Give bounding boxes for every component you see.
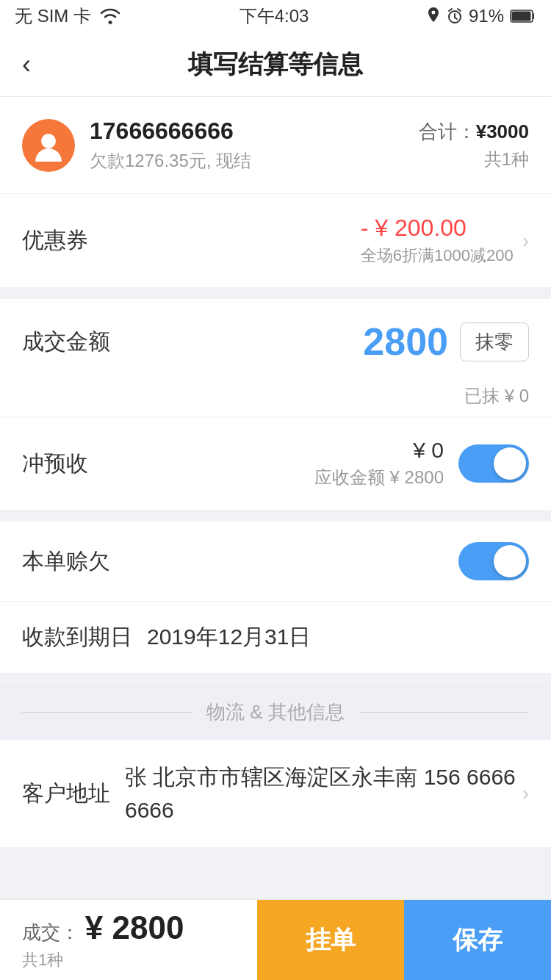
hold-button[interactable]: 挂单: [257, 900, 404, 980]
logistics-line-right: [359, 712, 529, 713]
logistics-line-left: [22, 712, 192, 713]
user-phone: 17666666666: [90, 118, 251, 145]
address-chevron-icon: ›: [522, 782, 529, 805]
location-icon: [426, 7, 441, 25]
coupon-right: - ¥ 200.00 全场6折满1000减200 ›: [361, 215, 529, 267]
bottom-amount: ¥ 2800: [85, 909, 184, 945]
due-date-value: 2019年12月31日: [147, 622, 311, 652]
user-row: 17666666666 欠款1276.35元, 现结 合计：¥3000 共1种: [0, 97, 551, 193]
coupon-chevron-icon: ›: [522, 229, 529, 253]
logistics-sep: 物流 & 其他信息: [0, 685, 551, 740]
deal-card: 成交金额 2800 抹零 已抹 ¥ 0 冲预收 ¥ 0 应收金额 ¥ 2800: [0, 299, 551, 510]
bottom-count: 共1种: [22, 949, 235, 971]
pre-receive-toggle[interactable]: [458, 444, 529, 483]
pre-amount: ¥ 0: [314, 438, 444, 463]
coupon-discount: - ¥ 200.00: [361, 215, 514, 242]
pre-sub: 应收金额 ¥ 2800: [314, 466, 444, 489]
logistics-label: 物流 & 其他信息: [206, 699, 345, 725]
svg-line-4: [458, 9, 461, 11]
svg-line-2: [455, 18, 457, 19]
deal-right: 2800 抹零: [363, 320, 529, 364]
wifi-icon: [98, 7, 122, 25]
bottom-deal-label: 成交：: [22, 921, 79, 943]
status-right: 91%: [426, 6, 536, 26]
total-count: 共1种: [419, 148, 529, 171]
battery-icon: [510, 9, 536, 24]
pre-amount-block: ¥ 0 应收金额 ¥ 2800: [314, 438, 444, 489]
coupon-label: 优惠券: [22, 226, 88, 256]
user-coupon-card: 17666666666 欠款1276.35元, 现结 合计：¥3000 共1种 …: [0, 97, 551, 287]
deal-amount: 2800: [363, 320, 448, 364]
carrier-text: 无 SIM 卡: [15, 4, 91, 28]
user-avatar-icon: [32, 129, 65, 162]
due-date-label: 收款到期日: [22, 622, 132, 652]
deal-label: 成交金额: [22, 327, 110, 357]
coupon-row[interactable]: 优惠券 - ¥ 200.00 全场6折满1000减200 ›: [0, 193, 551, 287]
user-info: 17666666666 欠款1276.35元, 现结: [90, 118, 251, 173]
back-button[interactable]: ‹: [22, 51, 31, 78]
address-value: 张 北京市市辖区海淀区永丰南 156 6666 6666: [125, 760, 522, 826]
coupon-desc: 全场6折满1000减200: [361, 245, 514, 267]
user-sub: 欠款1276.35元, 现结: [90, 149, 251, 173]
round-button[interactable]: 抹零: [460, 323, 529, 361]
status-bar: 无 SIM 卡 下午4:03 91%: [0, 0, 551, 32]
svg-line-3: [449, 9, 452, 11]
avatar: [22, 119, 75, 172]
due-date-row: 收款到期日 2019年12月31日: [0, 601, 551, 673]
page-title: 填写结算等信息: [188, 48, 363, 82]
total-label: 合计：¥3000: [419, 119, 529, 145]
user-total: 合计：¥3000 共1种: [419, 119, 529, 171]
time-text: 下午4:03: [240, 4, 309, 28]
user-left: 17666666666 欠款1276.35元, 现结: [22, 118, 251, 173]
address-row[interactable]: 客户地址 张 北京市市辖区海淀区永丰南 156 6666 6666 ›: [0, 740, 551, 847]
bottom-info: 成交： ¥ 2800 共1种: [0, 900, 257, 980]
credit-label: 本单赊欠: [22, 547, 110, 577]
deal-sub: 已抹 ¥ 0: [0, 384, 551, 417]
credit-row: 本单赊欠: [0, 522, 551, 601]
bottom-deal-row: 成交： ¥ 2800: [22, 909, 235, 946]
bottom-bar: 成交： ¥ 2800 共1种 挂单 保存: [0, 899, 551, 980]
nav-bar: ‹ 填写结算等信息: [0, 32, 551, 97]
alarm-icon: [447, 7, 463, 25]
address-label: 客户地址: [22, 779, 110, 809]
status-left: 无 SIM 卡: [15, 4, 122, 28]
save-button[interactable]: 保存: [404, 900, 551, 980]
content: 17666666666 欠款1276.35元, 现结 合计：¥3000 共1种 …: [0, 97, 551, 935]
svg-rect-6: [512, 12, 531, 21]
pre-receive-label: 冲预收: [22, 449, 88, 479]
battery-text: 91%: [469, 6, 504, 26]
credit-toggle[interactable]: [458, 542, 529, 580]
svg-point-7: [41, 134, 56, 148]
pre-receive-right: ¥ 0 应收金额 ¥ 2800: [314, 438, 529, 489]
pre-receive-row: 冲预收 ¥ 0 应收金额 ¥ 2800: [0, 417, 551, 510]
credit-card: 本单赊欠 收款到期日 2019年12月31日: [0, 522, 551, 673]
deal-row: 成交金额 2800 抹零: [0, 299, 551, 384]
